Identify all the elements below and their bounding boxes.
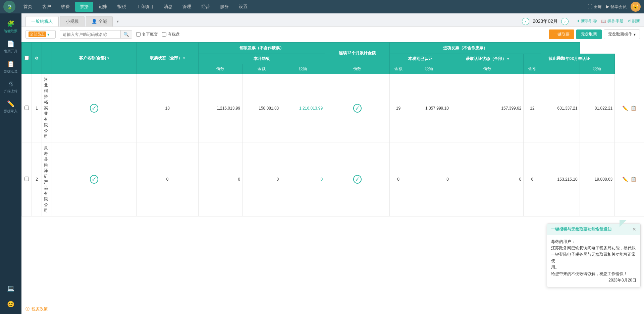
one-click-btn[interactable]: 一键取票 xyxy=(549,29,574,39)
nav-bookkeeping[interactable]: 记账 xyxy=(94,2,112,12)
filter-bar: 全部员工 ▾ 🔍 名下账套 有税盘 一键取票 无盘取票 无盘取票操作 ▾ xyxy=(21,27,644,42)
summary-icon: 📋 xyxy=(7,60,14,68)
sidebar-label-summary: 票据汇总 xyxy=(4,69,17,74)
sidebar-help-icon[interactable]: 😊 xyxy=(4,298,17,311)
app-logo: 🍃 xyxy=(3,1,15,13)
more-ops-btn[interactable]: 无盘取票操作 ▾ xyxy=(604,29,640,39)
action-buttons: 一键取票 无盘取票 无盘取票操作 ▾ xyxy=(549,29,640,39)
search-box: 🔍 xyxy=(60,30,132,39)
sidebar-item-invoice-open[interactable]: 📄 发票开具 xyxy=(0,37,21,57)
th-certified: 本税期已认证 xyxy=(390,54,451,64)
status-filter-icon[interactable]: ▾ xyxy=(183,56,185,60)
notification-close-btn[interactable]: ✕ xyxy=(632,227,636,232)
row-uncert-count-0: 12 xyxy=(524,74,541,142)
th-customer: 客户名称(全部) ▾ xyxy=(52,43,137,74)
next-month-btn[interactable]: › xyxy=(561,18,569,25)
smart-ticket-icon: 🧩 xyxy=(7,20,14,27)
row-cert-count-1: 0 xyxy=(390,142,407,216)
row-checkbox-1[interactable] xyxy=(22,142,32,216)
th-amount3: 金额 xyxy=(524,64,541,74)
has-tax-label: 有税盘 xyxy=(168,32,180,37)
no-disk-btn[interactable]: 无盘取票 xyxy=(576,29,602,39)
employee-tag: 全部员工 xyxy=(29,32,46,37)
nav-service[interactable]: 服务 xyxy=(215,2,233,12)
sidebar-item-entry[interactable]: ✏️ 票据录入 xyxy=(0,97,21,117)
entry-icon: ✏️ xyxy=(7,100,14,108)
sidebar-item-summary[interactable]: 📋 票据汇总 xyxy=(0,57,21,77)
row-cert-amount-1: 0 xyxy=(407,142,451,216)
has-tax-checkbox[interactable] xyxy=(162,32,166,37)
employee-select[interactable]: 全部员工 ▾ xyxy=(25,30,56,39)
top-navigation: 🍃 首页 客户 收费 票据 记账 报税 工商项目 消息 管理 经营 服务 设置 … xyxy=(0,0,644,13)
sidebar-label-invoice-open: 发票开具 xyxy=(4,49,17,54)
select-all-checkbox[interactable] xyxy=(24,56,29,60)
edit-icon-0[interactable]: ✏️ xyxy=(622,106,628,111)
invoice-table: ⚙ 客户名称(全部) ▾ 取票状态（全部） ▾ 销项发票（不含作废票） 连续12… xyxy=(21,42,644,216)
th-count1: 份数 xyxy=(199,64,243,74)
nav-right-actions: ⛶ 全屏 ▶ 畅享会员 🐱 xyxy=(588,2,641,12)
month-label: 2023年02月 xyxy=(533,18,558,24)
nav-invoice[interactable]: 票据 xyxy=(75,2,93,12)
nav-home[interactable]: 首页 xyxy=(19,2,37,12)
notification-body: 尊敬的用户： 江苏政务网已恢复访问电子税务局功能，易代账一键登陆电子税务局与无盘… xyxy=(547,235,640,287)
sidebar-item-scan[interactable]: 🖨 扫描上传 xyxy=(0,77,21,97)
cert-status-filter-icon[interactable]: ▾ xyxy=(507,57,509,61)
th-amount1: 金额 xyxy=(243,64,281,74)
row-month-count-0: 18 xyxy=(137,74,199,142)
sidebar-monitor-icon[interactable]: 💻 xyxy=(4,282,17,295)
cert-check-icon: ✓ xyxy=(353,175,362,184)
customer-filter-icon[interactable]: ▾ xyxy=(107,56,109,60)
tax-policy-link[interactable]: 税务政策 xyxy=(32,306,48,312)
tab-all[interactable]: 👤 全能 xyxy=(86,16,113,26)
nav-operate[interactable]: 经营 xyxy=(197,2,215,12)
avatar[interactable]: 🐱 xyxy=(631,2,641,12)
member-btn[interactable]: ▶ 畅享会员 xyxy=(606,4,627,10)
tab-general-taxpayer[interactable]: 一般纳税人 xyxy=(25,16,59,26)
notification-line1: 尊敬的用户： xyxy=(551,239,636,245)
row-checkbox-0[interactable] xyxy=(22,74,32,142)
nav-billing[interactable]: 收费 xyxy=(56,2,74,12)
row-customer-0: 河北柯搭柘实业有限公司 xyxy=(42,74,52,142)
status-check-icon: ✓ xyxy=(90,104,98,113)
bottom-bar: ⓘ 税务政策 xyxy=(21,304,644,314)
edit-icon-1[interactable]: ✏️ xyxy=(622,177,628,182)
nav-business[interactable]: 工商项目 xyxy=(131,2,158,12)
row-cert-count-0: 19 xyxy=(390,74,407,142)
employee-dropdown-icon: ▾ xyxy=(47,32,49,37)
row-cert-tax-1: 0 xyxy=(451,142,523,216)
tax-policy-icon: ⓘ xyxy=(25,306,30,312)
check-account-checkbox[interactable] xyxy=(136,32,141,37)
check-account-label: 名下账套 xyxy=(142,32,158,37)
prev-month-btn[interactable]: ‹ xyxy=(522,18,529,25)
new-guide-link[interactable]: ✦ 新手引导 xyxy=(577,18,597,24)
nav-manage[interactable]: 管理 xyxy=(178,2,196,12)
row-actions-1: ✏️ 📋 xyxy=(615,142,644,216)
th-settings: ⚙ xyxy=(32,43,42,74)
search-button[interactable]: 🔍 xyxy=(120,30,132,38)
nav-settings[interactable]: 设置 xyxy=(234,2,252,12)
notification-line3: 用。 xyxy=(551,264,636,270)
tab-small-scale[interactable]: 小规模 xyxy=(60,16,85,26)
nav-message[interactable]: 消息 xyxy=(159,2,177,12)
nav-customer[interactable]: 客户 xyxy=(38,2,56,12)
row-uncert-amount-0: 631,337.21 xyxy=(541,74,580,142)
th-status: 取票状态（全部） ▾ xyxy=(137,43,199,74)
detail-icon-0[interactable]: 📋 xyxy=(631,106,636,111)
tab-more-btn[interactable]: ▾ xyxy=(114,17,121,26)
detail-icon-1[interactable]: 📋 xyxy=(631,177,636,182)
row-month-tax-0: 158,081.83 xyxy=(243,74,281,142)
row-num-0: 1 xyxy=(32,74,42,142)
row-cert-tax-0: 157,399.62 xyxy=(451,74,523,142)
nav-tax[interactable]: 报税 xyxy=(113,2,131,12)
fullscreen-btn[interactable]: ⛶ 全屏 xyxy=(588,4,601,10)
row-cert-amount-0: 1,357,999.10 xyxy=(407,74,451,142)
th-uncertified: 截止2023年03月未认证 xyxy=(524,54,615,64)
row-consecutive-1: 0 xyxy=(281,142,325,216)
search-input[interactable] xyxy=(60,31,120,38)
check-account-group: 名下账套 xyxy=(136,32,158,37)
sidebar-item-smart-ticket[interactable]: 🧩 智能取票 xyxy=(0,17,21,37)
sidebar-label-scan: 扫描上传 xyxy=(4,89,17,93)
th-tax2: 税额 xyxy=(407,64,451,74)
manual-link[interactable]: 📖 操作手册 xyxy=(601,18,623,24)
refresh-link[interactable]: ↺ 刷新 xyxy=(628,18,640,24)
